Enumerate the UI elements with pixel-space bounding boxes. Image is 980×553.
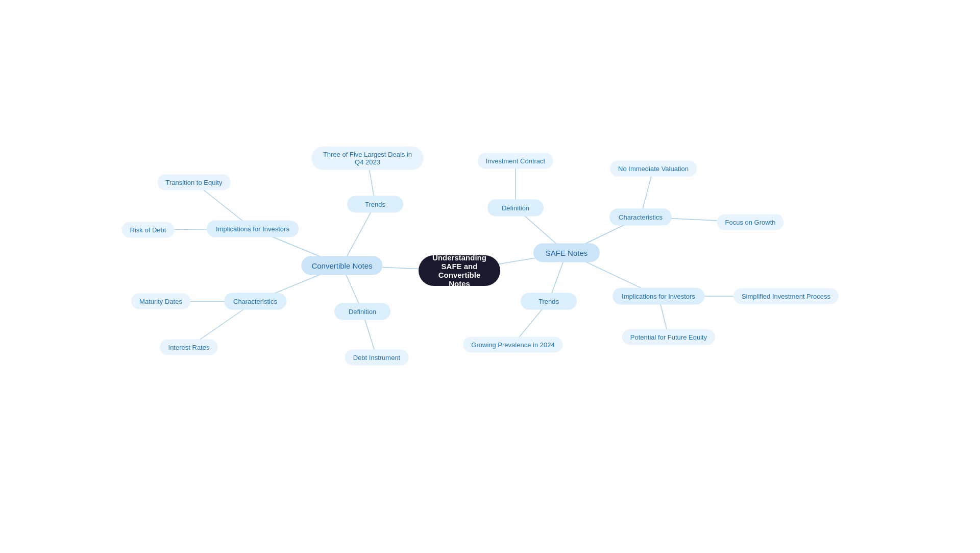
- node-sn_chars_focus[interactable]: Focus on Growth: [717, 214, 784, 230]
- node-cn_chars[interactable]: Characteristics: [224, 293, 286, 310]
- node-cn_trends[interactable]: Trends: [347, 196, 403, 213]
- node-cn_def_debt[interactable]: Debt Instrument: [345, 350, 409, 366]
- node-sn_impl_pot[interactable]: Potential for Future Equity: [622, 329, 715, 345]
- node-cn_impl[interactable]: Implications for Investors: [207, 221, 299, 237]
- node-sn_chars[interactable]: Characteristics: [609, 209, 672, 226]
- node-cn_trends_three[interactable]: Three of Five Largest Deals in Q4 2023: [311, 147, 424, 170]
- node-sn_trends[interactable]: Trends: [521, 293, 577, 310]
- center-node[interactable]: Understanding SAFE and Convertible Notes: [419, 255, 500, 286]
- node-sn_impl_simp[interactable]: Simplified Investment Process: [733, 288, 839, 304]
- node-cn_chars_maturity[interactable]: Maturity Dates: [131, 294, 190, 309]
- node-sn_chars_noval[interactable]: No Immediate Valuation: [610, 161, 697, 177]
- node-sn_def[interactable]: Definition: [487, 200, 544, 217]
- node-cn_impl_transition[interactable]: Transition to Equity: [158, 175, 231, 190]
- node-cn_chars_interest[interactable]: Interest Rates: [160, 340, 218, 355]
- node-sn_impl[interactable]: Implications for Investors: [612, 288, 704, 305]
- node-convertible_notes[interactable]: Convertible Notes: [301, 256, 382, 275]
- node-cn_impl_risk[interactable]: Risk of Debt: [122, 222, 175, 238]
- node-sn_def_inv[interactable]: Investment Contract: [478, 153, 553, 169]
- mindmap-container: Understanding SAFE and Convertible Notes…: [0, 0, 980, 553]
- node-cn_def[interactable]: Definition: [334, 303, 390, 320]
- node-safe_notes[interactable]: SAFE Notes: [533, 244, 600, 262]
- node-sn_trends_grow[interactable]: Growing Prevalence in 2024: [463, 337, 562, 353]
